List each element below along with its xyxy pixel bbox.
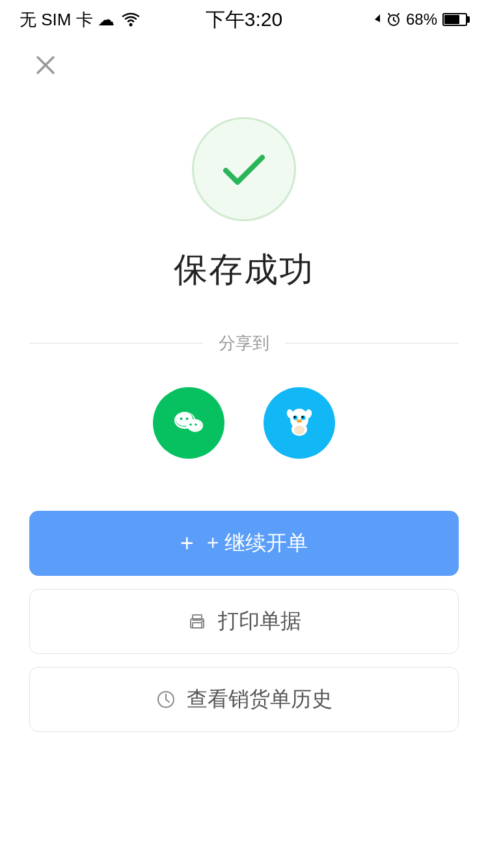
svg-point-18 [180,418,183,420]
svg-point-27 [301,416,304,418]
history-button[interactable]: 查看销货单历史 [29,667,459,732]
svg-point-19 [186,418,189,420]
svg-marker-1 [370,14,380,25]
success-icon-circle [192,117,296,221]
svg-line-4 [394,20,396,21]
qq-share-button[interactable] [264,387,335,459]
continue-label: + 继续开单 [207,529,308,558]
action-buttons: + + 继续开单 打印单据 查看销货单历史 [29,511,459,732]
wechat-share-button[interactable] [153,387,224,459]
print-label: 打印单据 [218,607,301,636]
wifi-icon [121,12,141,27]
location-icon [368,13,381,26]
svg-point-26 [293,416,296,418]
no-sim-label: 无 SIM 卡 ☁ [20,8,115,31]
svg-point-20 [186,420,200,431]
history-icon [156,689,176,710]
divider-line-left [29,343,203,344]
close-button[interactable] [26,46,65,85]
status-bar-left: 无 SIM 卡 ☁ [20,8,141,31]
status-bar-time: 下午3:20 [206,7,282,33]
share-row [153,387,335,459]
qq-icon [278,402,320,444]
battery-percent: 68% [406,10,437,29]
history-label: 查看销货单历史 [187,685,332,714]
alarm-icon [386,12,401,27]
svg-line-6 [398,14,399,15]
svg-point-0 [129,23,132,27]
svg-point-36 [202,621,204,623]
share-divider: 分享到 [29,332,459,355]
status-bar: 无 SIM 卡 ☁ 下午3:20 68% [0,0,488,39]
battery-icon [442,13,468,26]
divider-line-right [285,343,459,344]
close-icon [34,53,57,77]
svg-point-28 [297,420,302,423]
success-title: 保存成功 [174,247,314,293]
svg-point-21 [189,424,192,426]
main-content: 保存成功 分享到 [0,39,488,732]
status-bar-right: 68% [368,10,468,29]
wechat-icon [168,402,210,444]
continue-button[interactable]: + + 继续开单 [29,511,459,576]
print-button[interactable]: 打印单据 [29,589,459,654]
svg-line-5 [388,14,390,15]
svg-point-30 [294,426,305,435]
checkmark-icon [218,143,270,195]
svg-rect-35 [193,623,202,628]
print-icon [187,611,208,632]
svg-point-22 [195,424,197,426]
share-label: 分享到 [203,332,285,355]
continue-plus-icon: + [180,530,194,557]
svg-line-39 [166,699,169,702]
